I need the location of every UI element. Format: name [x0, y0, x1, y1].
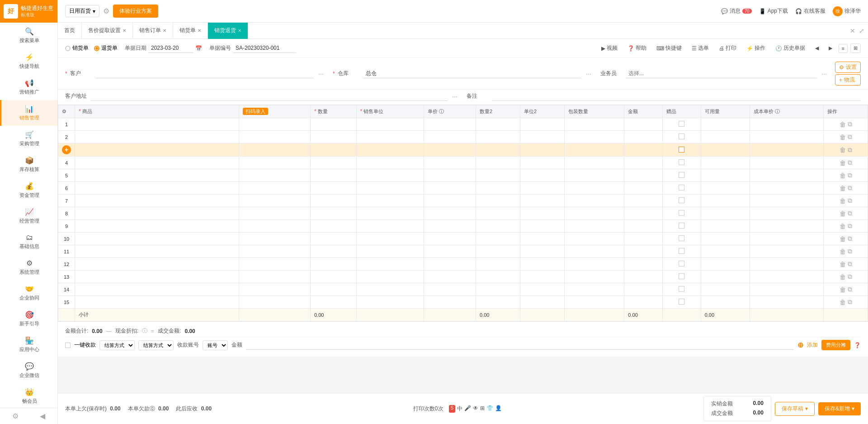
unit-cell[interactable] [356, 220, 424, 233]
sidebar-item-采购管理[interactable]: 🛒采购管理 [0, 126, 57, 152]
gift-cell[interactable] [663, 195, 701, 207]
qty2-cell[interactable] [476, 245, 520, 258]
amount-cell[interactable] [624, 195, 663, 207]
available-cell[interactable] [701, 220, 750, 233]
price-cell[interactable] [424, 233, 476, 245]
delete-icon[interactable]: 🗑 [840, 223, 846, 230]
pack-qty-cell[interactable] [564, 131, 624, 143]
copy-icon[interactable]: ⧉ [848, 172, 852, 179]
available-cell[interactable] [701, 271, 750, 283]
account-select[interactable]: 账号 [203, 340, 228, 350]
sidebar-item-搜索菜单[interactable]: 🔍搜索菜单 [0, 23, 57, 48]
unit-cell[interactable] [356, 131, 424, 143]
sidebar-item-系统管理[interactable]: ⚙系统管理 [0, 254, 57, 280]
product-cell[interactable] [75, 157, 239, 169]
pack-qty-cell[interactable] [564, 233, 624, 245]
copy-icon[interactable]: ⧉ [848, 273, 852, 281]
address-dots-btn[interactable]: ··· [450, 93, 459, 100]
settlement-select[interactable]: 结算方式 [99, 340, 135, 350]
product-cell[interactable] [75, 131, 239, 143]
app-download-item[interactable]: 📱 App下载 [759, 7, 788, 15]
qty-cell[interactable] [311, 233, 356, 245]
sidebar-item-资金管理[interactable]: 💰资金管理 [0, 177, 57, 203]
th-scan[interactable]: 扫码录入 [239, 105, 310, 118]
delete-icon[interactable]: 🗑 [840, 172, 846, 179]
tab-销货退货[interactable]: 销货退货✕ [208, 23, 248, 39]
save-new-button[interactable]: 保存&新增 ▾ [818, 402, 861, 415]
cta-button[interactable]: 体验行业方案 [113, 5, 158, 18]
amount-cell[interactable] [624, 283, 663, 296]
staff-dots-btn[interactable]: ··· [820, 70, 829, 77]
product-cell[interactable] [75, 245, 239, 258]
copy-icon[interactable]: ⧉ [848, 184, 852, 192]
sidebar-item-营销推广[interactable]: 📢营销推广 [0, 74, 57, 100]
available-cell[interactable] [701, 233, 750, 245]
unit2-cell[interactable] [520, 143, 564, 157]
tab-销货单[interactable]: 销货单✕ [173, 23, 208, 39]
pack-qty-cell[interactable] [564, 296, 624, 309]
sidebar-item-经营管理[interactable]: 📈经营管理 [0, 203, 57, 229]
product-input[interactable] [79, 147, 235, 153]
tab-销售订单[interactable]: 销售订单✕ [133, 23, 173, 39]
pack-qty-cell[interactable] [564, 169, 624, 182]
delete-icon[interactable]: 🗑 [840, 185, 846, 192]
available-cell[interactable] [701, 283, 750, 296]
print-btn[interactable]: 🖨 打印 [715, 43, 740, 54]
delete-icon[interactable]: 🗑 [840, 248, 846, 255]
staff-input[interactable] [626, 69, 817, 78]
delete-icon[interactable]: 🗑 [840, 121, 846, 128]
cost-price-cell[interactable] [750, 143, 824, 157]
product-cell[interactable] [75, 143, 239, 157]
unit2-cell[interactable] [520, 169, 564, 182]
sidebar-item-销售管理[interactable]: 📊销售管理 [0, 100, 57, 126]
prev-btn[interactable]: ◀ [811, 43, 822, 53]
copy-icon[interactable]: ⧉ [848, 133, 852, 141]
unit2-cell[interactable] [520, 220, 564, 233]
qty-cell[interactable] [311, 195, 356, 207]
product-cell[interactable] [75, 195, 239, 207]
unit2-cell[interactable] [520, 131, 564, 143]
close-all-icon[interactable]: ✕ [850, 27, 855, 34]
sidebar-item-新手引导[interactable]: 🎯新手引导 [0, 306, 57, 332]
tab-close-icon[interactable]: ✕ [238, 28, 241, 33]
collapse-icon[interactable]: ◀ [40, 412, 45, 420]
copy-icon[interactable]: ⧉ [848, 197, 852, 205]
video-btn[interactable]: ▶ 视频 [598, 43, 621, 54]
qty2-cell[interactable] [476, 296, 520, 309]
maximize-icon[interactable]: ⤢ [859, 27, 864, 34]
qty2-cell[interactable] [476, 283, 520, 296]
amount-cell[interactable] [624, 220, 663, 233]
amount-cell[interactable] [624, 131, 663, 143]
pack-qty-cell[interactable] [564, 195, 624, 207]
next-btn[interactable]: ▶ [825, 43, 836, 53]
price-cell[interactable] [424, 207, 476, 220]
unit-cell[interactable] [356, 233, 424, 245]
tab-close-icon[interactable]: ✕ [198, 28, 201, 33]
tab-售价提取设置[interactable]: 售价提取设置✕ [82, 23, 133, 39]
sidebar-item-库存核算[interactable]: 📦库存核算 [0, 152, 57, 177]
pack-qty-cell[interactable] [564, 182, 624, 195]
delete-icon[interactable]: 🗑 [840, 273, 846, 281]
product-cell[interactable] [75, 207, 239, 220]
unit-cell[interactable] [356, 143, 424, 157]
product-cell[interactable] [75, 296, 239, 309]
available-cell[interactable] [701, 207, 750, 220]
qty2-cell[interactable] [476, 169, 520, 182]
copy-icon[interactable]: ⧉ [848, 248, 852, 255]
warehouse-input[interactable] [363, 69, 582, 78]
settings-icon[interactable]: ⚙ [12, 412, 19, 420]
product-cell[interactable] [75, 283, 239, 296]
available-cell[interactable] [701, 143, 750, 157]
sidebar-item-畅会员[interactable]: 👑畅会员 [0, 383, 57, 408]
tab-close-icon[interactable]: ✕ [163, 28, 166, 33]
operate-btn[interactable]: ⚡ 操作 [743, 43, 769, 54]
price-cell[interactable] [424, 195, 476, 207]
pack-qty-cell[interactable] [564, 157, 624, 169]
product-cell[interactable] [75, 233, 239, 245]
qty2-cell[interactable] [476, 258, 520, 271]
customer-dots-btn[interactable]: ··· [316, 70, 326, 77]
available-cell[interactable] [701, 195, 750, 207]
sidebar-item-企业微信[interactable]: 💬企业微信 [0, 357, 57, 383]
product-cell[interactable] [75, 258, 239, 271]
available-cell[interactable] [701, 296, 750, 309]
